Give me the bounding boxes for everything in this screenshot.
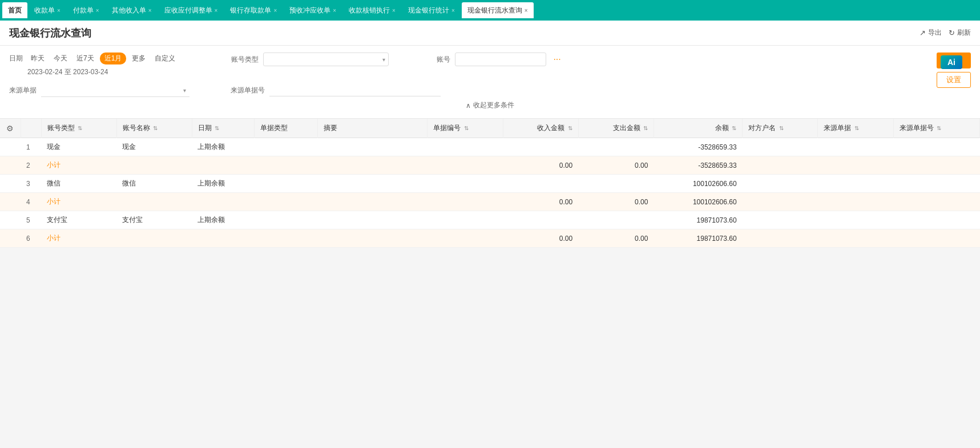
col-doc-type: 单据类型	[254, 119, 317, 138]
cell-doc-no	[428, 229, 503, 248]
col-balance[interactable]: 余额 ⇅	[654, 119, 742, 138]
cell-expense: 0.00	[578, 229, 654, 248]
col-source-doc[interactable]: 来源单据 ⇅	[818, 119, 893, 138]
close-icon[interactable]: ×	[451, 7, 455, 14]
col-gear[interactable]: ⚙	[0, 119, 21, 138]
cell-income: 0.00	[503, 193, 578, 211]
nav-tab-payment[interactable]: 付款单 ×	[67, 2, 105, 18]
cell-index: 6	[21, 229, 41, 248]
close-icon[interactable]: ×	[57, 7, 61, 14]
table-row[interactable]: 1现金现金上期余额-3528659.33	[0, 138, 980, 156]
nav-tab-bank-deposit-label: 银行存取款单	[230, 6, 271, 15]
sort-icon: ⇅	[215, 125, 219, 131]
table-row[interactable]: 5支付宝支付宝上期余额19871073.60	[0, 211, 980, 229]
cell-doc-type	[254, 175, 317, 193]
col-counterpart[interactable]: 对方户名 ⇅	[743, 119, 818, 138]
close-icon[interactable]: ×	[273, 7, 277, 14]
source-doc-select[interactable]	[41, 84, 189, 97]
date-7days[interactable]: 近7天	[73, 53, 98, 64]
nav-tab-receipt[interactable]: 收款单 ×	[29, 2, 66, 18]
cell-counterpart	[743, 175, 818, 193]
source-doc-filter-group: 来源单据 ▾	[9, 84, 189, 97]
cell-expense	[578, 211, 654, 229]
close-icon[interactable]: ×	[525, 7, 528, 14]
more-options-icon[interactable]: ···	[551, 54, 563, 64]
table-row[interactable]: 6小计0.000.0019871073.60	[0, 229, 980, 248]
account-type-label: 账号类型	[231, 55, 259, 64]
nav-tab-collect-exec[interactable]: 收款核销执行 ×	[343, 2, 401, 18]
cell-date: 上期余额	[192, 138, 254, 156]
cell-account-type: 支付宝	[41, 211, 116, 229]
cell-source-doc-no	[893, 229, 980, 248]
cell-index: 2	[21, 156, 41, 175]
col-summary: 摘要	[317, 119, 428, 138]
gear-icon[interactable]: ⚙	[6, 124, 14, 133]
cell-account-name: 现金	[116, 138, 192, 156]
close-icon[interactable]: ×	[148, 7, 152, 14]
col-doc-no[interactable]: 单据编号 ⇅	[428, 119, 503, 138]
cell-summary	[317, 211, 428, 229]
col-expense[interactable]: 支出金额 ⇅	[578, 119, 654, 138]
col-account-type[interactable]: 账号类型 ⇅	[41, 119, 116, 138]
account-filter-group: 账号 ···	[437, 53, 563, 66]
nav-tab-prepay-offset[interactable]: 预收冲应收单 ×	[284, 2, 342, 18]
nav-tab-cash-bank-flow[interactable]: 现金银行流水查询 ×	[462, 2, 534, 18]
cell-expense	[578, 138, 654, 156]
cell-counterpart	[743, 138, 818, 156]
date-yesterday[interactable]: 昨天	[27, 53, 48, 64]
date-options: 昨天 今天 近7天 近1月 更多 自定义	[27, 53, 179, 64]
nav-tab-payment-label: 付款单	[73, 6, 94, 15]
date-more[interactable]: 更多	[128, 53, 149, 64]
cell-expense	[578, 175, 654, 193]
cell-balance: -3528659.33	[654, 156, 742, 175]
close-icon[interactable]: ×	[215, 7, 218, 14]
source-doc-no-input[interactable]	[269, 84, 441, 96]
nav-tab-cash-bank-stat-label: 现金银行统计	[408, 6, 449, 15]
export-button[interactable]: ↗ 导出	[919, 28, 942, 38]
nav-tab-cash-bank-flow-label: 现金银行流水查询	[467, 6, 522, 15]
nav-tab-home[interactable]: 首页	[2, 2, 27, 18]
export-icon: ↗	[919, 29, 926, 37]
cell-balance: 19871073.60	[654, 211, 742, 229]
cell-doc-no	[428, 175, 503, 193]
ai-badge[interactable]: Ai	[941, 55, 962, 69]
table-row[interactable]: 4小计0.000.00100102606.60	[0, 193, 980, 211]
nav-tab-ar-adjust-label: 应收应付调整单	[164, 6, 212, 15]
date-custom[interactable]: 自定义	[151, 53, 179, 64]
account-input[interactable]	[455, 53, 546, 66]
close-icon[interactable]: ×	[96, 7, 99, 14]
col-date[interactable]: 日期 ⇅	[192, 119, 254, 138]
nav-tab-bank-deposit[interactable]: 银行存取款单 ×	[224, 2, 283, 18]
date-today[interactable]: 今天	[50, 53, 71, 64]
collapse-up-icon: ∧	[466, 102, 471, 110]
table-row[interactable]: 2小计0.000.00-3528659.33	[0, 156, 980, 175]
col-income[interactable]: 收入金额 ⇅	[503, 119, 578, 138]
collapse-bar[interactable]: ∧ 收起更多条件	[9, 98, 971, 111]
nav-tab-ar-adjust[interactable]: 应收应付调整单 ×	[159, 2, 224, 18]
date-label: 日期	[9, 54, 23, 63]
cell-doc-no	[428, 156, 503, 175]
table-row[interactable]: 3微信微信上期余额100102606.60	[0, 175, 980, 193]
refresh-button[interactable]: ↻ 刷新	[949, 28, 971, 38]
col-account-name[interactable]: 账号名称 ⇅	[116, 119, 192, 138]
nav-tab-prepay-offset-label: 预收冲应收单	[289, 6, 330, 15]
date-1month[interactable]: 近1月	[100, 53, 127, 64]
cell-source-doc-no	[893, 211, 980, 229]
nav-tab-other-income[interactable]: 其他收入单 ×	[106, 2, 158, 18]
nav-tab-other-income-label: 其他收入单	[112, 6, 146, 15]
nav-tab-cash-bank-stat[interactable]: 现金银行统计 ×	[402, 2, 461, 18]
account-type-select[interactable]	[263, 53, 389, 66]
col-source-doc-no[interactable]: 来源单据号 ⇅	[893, 119, 980, 138]
cell-source-doc	[818, 229, 893, 248]
top-navigation: 首页 收款单 × 付款单 × 其他收入单 × 应收应付调整单 × 银行存取款单 …	[0, 0, 980, 21]
settings-button[interactable]: 设置	[937, 72, 971, 88]
close-icon[interactable]: ×	[392, 7, 396, 14]
sort-icon: ⇅	[854, 125, 859, 131]
cell-summary	[317, 175, 428, 193]
cell-gear	[0, 175, 21, 193]
cell-doc-no	[428, 193, 503, 211]
sort-icon: ⇅	[937, 125, 941, 131]
cell-index: 4	[21, 193, 41, 211]
cell-doc-type	[254, 156, 317, 175]
close-icon[interactable]: ×	[333, 7, 336, 14]
